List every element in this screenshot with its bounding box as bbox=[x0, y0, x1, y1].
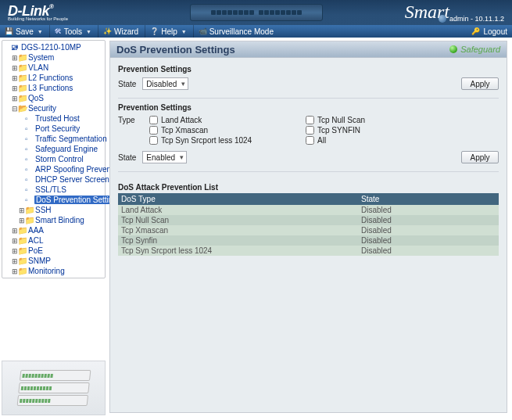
cell-state: Disabled bbox=[358, 235, 499, 246]
sidebar: 🖳DGS-1210-10MP ⊞📁System ⊞📁VLAN ⊞📁L2 Func… bbox=[0, 38, 108, 418]
state-label-1: State bbox=[118, 80, 136, 88]
tree-ssh[interactable]: ⊞📁SSH bbox=[2, 205, 105, 215]
chk-srcport[interactable]: Tcp Syn Srcport less 1024 bbox=[149, 136, 306, 145]
chk-land[interactable]: Land Attack bbox=[149, 116, 306, 124]
tree-qos[interactable]: ⊞📁QoS bbox=[2, 93, 105, 103]
tree-l3[interactable]: ⊞📁L3 Functions bbox=[2, 83, 105, 93]
tree-monitoring[interactable]: ⊞📁Monitoring bbox=[2, 266, 105, 276]
th-dos-type: DoS Type bbox=[118, 193, 358, 205]
cell-state: Disabled bbox=[358, 246, 499, 256]
tree-port-security[interactable]: ▫Port Security bbox=[2, 124, 105, 134]
table-row: Tcp Syn Srcport less 1024Disabled bbox=[118, 246, 499, 256]
apply-button-2[interactable]: Apply bbox=[461, 151, 499, 163]
tree-vlan[interactable]: ⊞📁VLAN bbox=[2, 63, 105, 73]
cell-state: Disabled bbox=[358, 205, 499, 215]
user-icon bbox=[439, 15, 446, 23]
cell-state: Disabled bbox=[358, 225, 499, 235]
toolbar-tools[interactable]: 🛠 Tools▼ bbox=[50, 25, 98, 38]
cell-dos-type: Land Attack bbox=[118, 205, 358, 215]
tree-ssl[interactable]: ▫SSL/TLS bbox=[2, 185, 105, 195]
dos-table: DoS Type State Land AttackDisabledTcp Nu… bbox=[118, 193, 499, 256]
state-select-1[interactable]: Disabled bbox=[142, 77, 188, 90]
safeguard-badge: Safeguard bbox=[449, 45, 500, 54]
table-row: Tcp XmascanDisabled bbox=[118, 225, 499, 235]
table-row: Tcp SynfinDisabled bbox=[118, 235, 499, 246]
type-label: Type bbox=[118, 116, 149, 124]
tree-poe[interactable]: ⊞📁PoE bbox=[2, 246, 105, 256]
save-icon: 💾 bbox=[5, 27, 13, 35]
cell-dos-type: Tcp Xmascan bbox=[118, 225, 358, 235]
table-row: Tcp Null ScanDisabled bbox=[118, 215, 499, 225]
chk-synfin[interactable]: Tcp SYNFIN bbox=[306, 126, 462, 135]
header-banner: D-Link® Building Networks for People Sma… bbox=[0, 0, 512, 25]
chk-all[interactable]: All bbox=[306, 136, 462, 145]
tree-acl[interactable]: ⊞📁ACL bbox=[2, 235, 105, 246]
user-info: admin - 10.11.1.2 bbox=[439, 15, 504, 23]
divider-1 bbox=[118, 98, 499, 99]
tree-dos[interactable]: ▫DoS Prevention Settings bbox=[2, 195, 105, 205]
cell-dos-type: Tcp Syn Srcport less 1024 bbox=[118, 246, 358, 256]
tree-root[interactable]: 🖳DGS-1210-10MP bbox=[2, 42, 105, 52]
toolbar-help[interactable]: ❔ Help▼ bbox=[145, 25, 193, 38]
th-state: State bbox=[358, 193, 499, 205]
toolbar-surveillance[interactable]: 📹 Surveillance Mode bbox=[194, 25, 280, 38]
cell-dos-type: Tcp Null Scan bbox=[118, 215, 358, 225]
section-prevention-settings-1: Prevention Settings bbox=[118, 65, 499, 74]
brand-logo: D-Link® Building Networks for People bbox=[0, 4, 68, 21]
chk-nullscan[interactable]: Tcp Null Scan bbox=[306, 116, 462, 124]
nav-tree: 🖳DGS-1210-10MP ⊞📁System ⊞📁VLAN ⊞📁L2 Func… bbox=[2, 40, 106, 278]
section-prevention-settings-2: Prevention Settings bbox=[118, 103, 499, 112]
chk-xmascan[interactable]: Tcp Xmascan bbox=[149, 126, 306, 135]
apply-button-1[interactable]: Apply bbox=[461, 77, 499, 90]
state-select-2[interactable]: Enabled bbox=[142, 151, 187, 163]
logout-icon: 🔑 bbox=[471, 27, 480, 35]
tree-aaa[interactable]: ⊞📁AAA bbox=[2, 225, 105, 235]
divider-2 bbox=[118, 171, 499, 172]
tools-icon: 🛠 bbox=[55, 27, 62, 35]
page-title-bar: DoS Prevention Settings Safeguard bbox=[110, 41, 507, 58]
tree-snmp[interactable]: ⊞📁SNMP bbox=[2, 256, 105, 266]
tree-safeguard[interactable]: ▫Safeguard Engine bbox=[2, 144, 105, 154]
page-title: DoS Prevention Settings bbox=[116, 44, 235, 56]
tree-arp[interactable]: ▫ARP Spoofing Prevention bbox=[2, 164, 105, 174]
device-image bbox=[2, 361, 106, 415]
toolbar-logout[interactable]: 🔑 Logout bbox=[471, 27, 507, 36]
tree-smart-binding[interactable]: ⊞📁Smart Binding bbox=[2, 215, 105, 225]
cell-dos-type: Tcp Synfin bbox=[118, 235, 358, 246]
tree-system[interactable]: ⊞📁System bbox=[2, 52, 105, 63]
toolbar-wizard[interactable]: ✨ Wizard bbox=[98, 25, 145, 38]
main-toolbar: 💾 Save▼ 🛠 Tools▼ ✨ Wizard ❔ Help▼ 📹 Surv… bbox=[0, 25, 512, 38]
cell-state: Disabled bbox=[358, 215, 499, 225]
tree-l2[interactable]: ⊞📁L2 Functions bbox=[2, 73, 105, 83]
safeguard-dot-icon bbox=[449, 45, 457, 53]
dos-list-title: DoS Attack Prevention List bbox=[118, 183, 499, 192]
toolbar-save[interactable]: 💾 Save▼ bbox=[0, 25, 49, 38]
surveillance-icon: 📹 bbox=[199, 27, 207, 35]
help-icon: ❔ bbox=[150, 27, 159, 35]
main-panel: DoS Prevention Settings Safeguard Preven… bbox=[109, 41, 507, 413]
port-status-panel bbox=[190, 4, 323, 21]
wizard-icon: ✨ bbox=[103, 27, 112, 35]
state-label-2: State bbox=[118, 153, 136, 162]
tree-traffic-seg[interactable]: ▫Traffic Segmentation bbox=[2, 134, 105, 144]
tree-security[interactable]: ⊟📂Security bbox=[2, 103, 105, 113]
table-row: Land AttackDisabled bbox=[118, 205, 499, 215]
tree-dhcp[interactable]: ▫DHCP Server Screening bbox=[2, 174, 105, 185]
tree-trusted-host[interactable]: ▫Trusted Host bbox=[2, 113, 105, 124]
tree-storm[interactable]: ▫Storm Control bbox=[2, 154, 105, 164]
